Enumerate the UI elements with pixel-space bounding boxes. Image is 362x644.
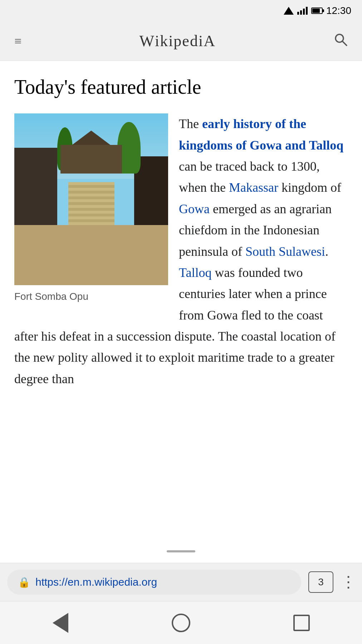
link-south-sulawesi[interactable]: South Sulawesi	[245, 244, 325, 259]
more-options-button[interactable]: ⋮	[341, 574, 355, 590]
site-title: WikipediA	[139, 32, 216, 50]
stop-button[interactable]	[287, 609, 316, 637]
image-caption: Fort Somba Opu	[14, 289, 168, 305]
status-icons: 12:30	[284, 5, 351, 16]
link-early-history[interactable]: early history of the kingdoms of Gowa an…	[179, 117, 343, 152]
featured-article: Fort Somba Opu The early history of the …	[14, 113, 348, 390]
url-text: https://en.m.wikipedia.org	[35, 576, 157, 588]
svg-line-1	[342, 42, 347, 46]
scroll-indicator-container	[0, 550, 362, 555]
article-intro: The	[179, 117, 202, 131]
stop-icon	[293, 615, 310, 631]
article-image-block: Fort Somba Opu	[14, 113, 168, 305]
back-button[interactable]	[46, 609, 75, 637]
fort-image	[14, 113, 168, 285]
home-button[interactable]	[167, 609, 195, 637]
wifi-icon	[284, 7, 294, 15]
link-gowa[interactable]: Gowa	[179, 202, 210, 216]
link-talloq[interactable]: Talloq	[179, 265, 211, 280]
bottom-url-bar: 🔒 https://en.m.wikipedia.org 3 ⋮	[0, 563, 362, 601]
back-icon	[53, 613, 68, 633]
menu-icon[interactable]: ≡	[14, 34, 21, 49]
url-box[interactable]: 🔒 https://en.m.wikipedia.org	[7, 570, 301, 595]
tab-count-button[interactable]: 3	[308, 571, 333, 593]
bottom-nav	[0, 601, 362, 644]
page-title: Today's featured article	[14, 75, 348, 99]
scroll-indicator	[167, 550, 195, 552]
nav-bar: ≡ WikipediA	[0, 21, 362, 61]
link-makassar[interactable]: Makassar	[229, 180, 278, 195]
battery-icon	[311, 8, 323, 14]
main-content: Today's featured article	[0, 61, 362, 390]
status-bar: 12:30	[0, 0, 362, 21]
lock-icon: 🔒	[18, 576, 30, 588]
signal-icon	[297, 7, 308, 15]
status-time: 12:30	[326, 5, 351, 16]
article-after-sulawesi: .	[325, 244, 328, 259]
home-icon	[172, 614, 190, 632]
search-icon[interactable]	[333, 32, 348, 50]
tab-count-label: 3	[318, 576, 324, 588]
article-after-makassar: kingdom of	[278, 180, 341, 195]
fort-ground	[14, 225, 168, 285]
